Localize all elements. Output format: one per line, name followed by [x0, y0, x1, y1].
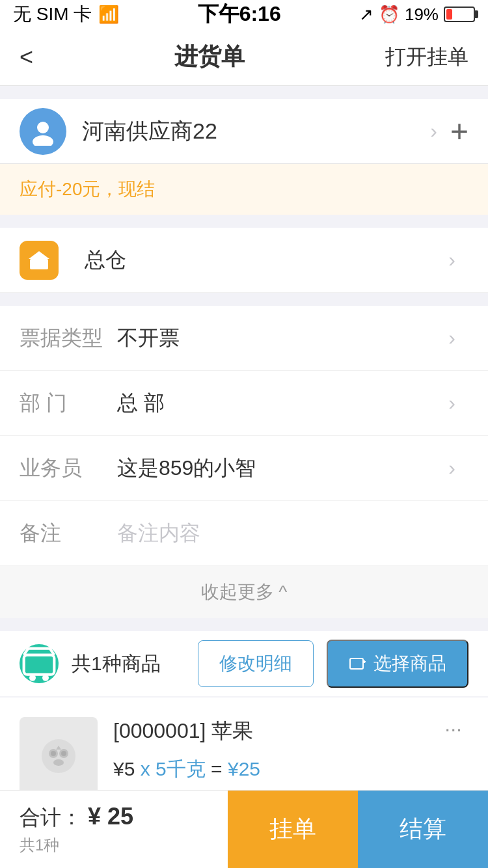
supplier-avatar [20, 108, 66, 155]
svg-point-11 [42, 739, 75, 773]
warehouse-chevron-icon: › [448, 248, 455, 272]
invoice-type-value: 不开票 [111, 324, 448, 353]
location-icon: ↗ [359, 5, 373, 25]
svg-point-0 [37, 122, 49, 133]
settle-button[interactable]: 结算 [358, 791, 488, 868]
svg-point-16 [53, 759, 64, 766]
department-value: 总 部 [111, 389, 448, 418]
cart-icon [20, 644, 59, 683]
footer-total: 合计： ¥ 25 共1种 [0, 791, 228, 868]
remark-label: 备注 [20, 519, 111, 548]
qty-display: x 5千克 [141, 758, 206, 780]
battery-icon [444, 7, 475, 22]
salesman-chevron-icon: › [448, 456, 455, 480]
back-button[interactable]: < [20, 44, 33, 71]
supplier-row[interactable]: 河南供应商22 › + [0, 99, 488, 164]
invoice-type-label: 票据类型 [20, 324, 111, 353]
product-thumbnail [20, 717, 98, 795]
open-hang-button[interactable]: 打开挂单 [385, 43, 468, 72]
svg-point-6 [29, 675, 36, 681]
status-right: ↗ ⏰ 19% [359, 5, 475, 25]
footer: 合计： ¥ 25 共1种 挂单 结算 [0, 790, 488, 868]
product-icon-container [20, 644, 59, 683]
settle-label: 结算 [400, 813, 446, 845]
person-icon [29, 117, 57, 146]
product-name: [0000001] 苹果 [113, 717, 422, 746]
section-gap-2 [0, 215, 488, 228]
line-total: ¥25 [228, 758, 260, 780]
form-section: 票据类型 不开票 › 部 门 总 部 › 业务员 这是859的小智 › 备注 备… [0, 306, 488, 566]
warehouse-icon-container [20, 241, 59, 280]
svg-rect-8 [350, 658, 363, 669]
remark-row[interactable]: 备注 备注内容 [0, 501, 488, 566]
warehouse-row[interactable]: 总仓 › [0, 228, 488, 293]
product-header: 共1种商品 修改明细 选择商品 [0, 631, 488, 696]
unit-price: ¥5 [113, 758, 135, 780]
supplier-section: 河南供应商22 › + 应付-20元，现结 [0, 99, 488, 215]
svg-point-14 [51, 751, 56, 756]
svg-marker-3 [29, 251, 49, 259]
battery-percent: 19% [405, 5, 439, 25]
svg-point-7 [42, 675, 49, 681]
status-left: 无 SIM 卡 📶 [13, 2, 119, 27]
warehouse-icon [27, 249, 51, 272]
product-price-row: ¥5 x 5千克 = ¥25 [113, 756, 422, 783]
svg-point-15 [61, 751, 66, 756]
svg-point-1 [33, 135, 53, 146]
department-label: 部 门 [20, 389, 111, 418]
add-supplier-button[interactable]: + [450, 113, 468, 149]
alarm-icon: ⏰ [379, 5, 400, 25]
svg-rect-4 [36, 263, 42, 269]
invoice-type-row[interactable]: 票据类型 不开票 › [0, 306, 488, 371]
department-row[interactable]: 部 门 总 部 › [0, 371, 488, 436]
salesman-label: 业务员 [20, 454, 111, 483]
salesman-row[interactable]: 业务员 这是859的小智 › [0, 436, 488, 501]
footer-total-main: 合计： ¥ 25 [20, 803, 208, 832]
wifi-icon: 📶 [98, 5, 119, 25]
remark-input[interactable]: 备注内容 [111, 519, 468, 548]
invoice-type-chevron-icon: › [448, 326, 455, 350]
warehouse-value: 总仓 [72, 246, 448, 275]
product-more-button[interactable]: ··· [438, 717, 468, 741]
hang-button[interactable]: 挂单 [228, 791, 358, 868]
salesman-value: 这是859的小智 [111, 454, 448, 483]
section-gap-4 [0, 618, 488, 631]
department-chevron-icon: › [448, 391, 455, 415]
collapse-label: 收起更多 ^ [201, 580, 288, 604]
page-title: 进货单 [174, 41, 245, 73]
select-product-label: 选择商品 [373, 651, 446, 676]
status-time: 下午6:16 [198, 0, 281, 29]
total-label: 合计： [20, 806, 82, 829]
product-thumb-icon [39, 737, 78, 776]
section-gap-1 [0, 86, 488, 99]
supplier-chevron-icon: › [430, 119, 437, 143]
footer-total-sub: 共1种 [20, 835, 208, 856]
supplier-notice: 应付-20元，现结 [0, 164, 488, 215]
product-info: [0000001] 苹果 ¥5 x 5千克 = ¥25 [113, 717, 422, 783]
nav-bar: < 进货单 打开挂单 [0, 29, 488, 86]
total-amount: ¥ 25 [88, 803, 133, 830]
battery-fill [446, 9, 452, 20]
hang-label: 挂单 [269, 813, 316, 845]
collapse-row[interactable]: 收起更多 ^ [0, 566, 488, 618]
product-code: [0000001] [113, 719, 206, 742]
edit-detail-button[interactable]: 修改明细 [198, 640, 314, 687]
select-product-button[interactable]: 选择商品 [327, 640, 468, 688]
supplier-name: 河南供应商22 [82, 116, 430, 146]
carrier-text: 无 SIM 卡 [13, 2, 92, 27]
select-product-icon [349, 655, 367, 673]
status-bar: 无 SIM 卡 📶 下午6:16 ↗ ⏰ 19% [0, 0, 488, 29]
section-gap-3 [0, 293, 488, 306]
product-count: 共1种商品 [72, 651, 185, 677]
product-title: 苹果 [211, 719, 253, 742]
svg-rect-5 [24, 655, 55, 675]
